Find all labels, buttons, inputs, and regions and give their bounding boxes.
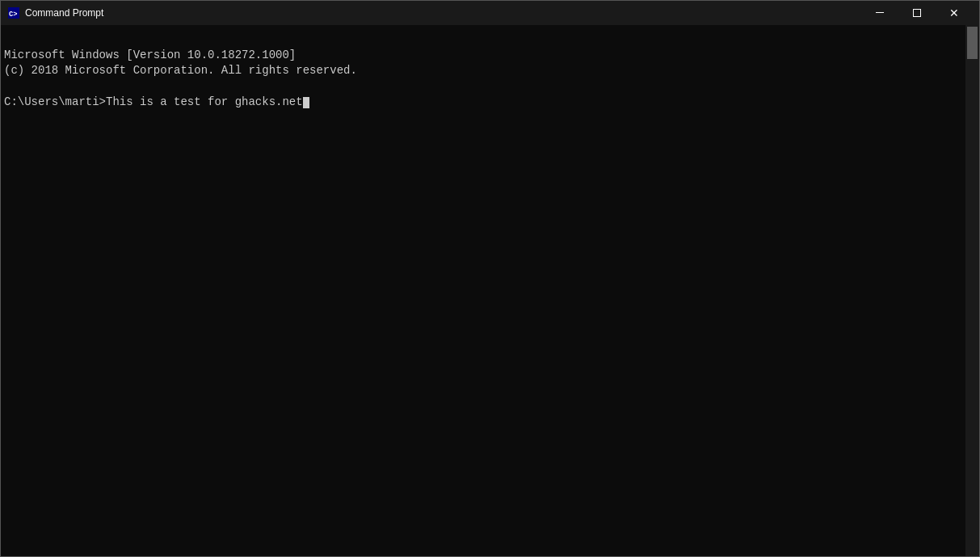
minimize-icon bbox=[876, 12, 884, 13]
terminal-cursor bbox=[303, 97, 309, 108]
scrollbar[interactable] bbox=[965, 25, 979, 556]
minimize-button[interactable] bbox=[861, 1, 898, 25]
terminal-body[interactable]: Microsoft Windows [Version 10.0.18272.10… bbox=[1, 25, 965, 556]
close-icon: ✕ bbox=[949, 6, 959, 19]
titlebar-left: C> Command Prompt bbox=[7, 6, 103, 19]
window-title: Command Prompt bbox=[25, 7, 103, 19]
cmd-window: C> Command Prompt ✕ Microsoft Windows [V… bbox=[0, 0, 980, 557]
terminal-line1: Microsoft Windows [Version 10.0.18272.10… bbox=[4, 49, 296, 61]
titlebar-controls: ✕ bbox=[861, 1, 973, 25]
titlebar: C> Command Prompt ✕ bbox=[1, 1, 979, 25]
scrollbar-thumb[interactable] bbox=[967, 27, 978, 59]
cmd-icon: C> bbox=[7, 6, 20, 19]
close-button[interactable]: ✕ bbox=[936, 1, 973, 25]
maximize-icon bbox=[913, 9, 921, 17]
terminal-line2: (c) 2018 Microsoft Corporation. All righ… bbox=[4, 64, 357, 77]
terminal-line3 bbox=[4, 80, 11, 93]
content-area: Microsoft Windows [Version 10.0.18272.10… bbox=[1, 25, 979, 556]
svg-text:C>: C> bbox=[9, 11, 18, 19]
terminal-command: This is a test for ghacks.net bbox=[106, 95, 303, 108]
terminal-prompt: C:\Users\marti> bbox=[4, 95, 106, 108]
maximize-button[interactable] bbox=[898, 1, 936, 25]
